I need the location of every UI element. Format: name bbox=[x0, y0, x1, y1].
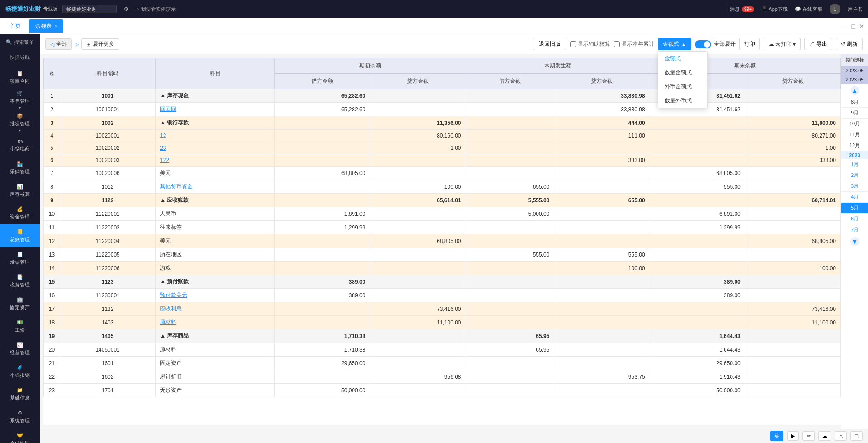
online-support-button[interactable]: 💬 在线客服 bbox=[795, 6, 822, 13]
window-maximize-icon[interactable]: □ bbox=[852, 23, 855, 30]
export-button[interactable]: ↗ 导出 bbox=[804, 38, 832, 50]
sidebar-quick-nav[interactable]: 快捷导航 bbox=[0, 50, 40, 64]
bottom-btn-play[interactable]: ▶ bbox=[787, 431, 799, 441]
window-close-icon[interactable]: ✕ bbox=[859, 23, 864, 30]
account-link[interactable]: 预付款美元 bbox=[160, 292, 187, 298]
account-link[interactable]: 原材料 bbox=[160, 319, 176, 325]
row-name: ▲ 预付账款 bbox=[156, 275, 275, 289]
row-ob-debit: 1,299.99 bbox=[275, 221, 370, 234]
sidebar-item-system[interactable]: ⚙ 系统管理 bbox=[0, 405, 40, 428]
month-6[interactable]: 6月 bbox=[841, 214, 868, 224]
account-link[interactable]: 12 bbox=[160, 133, 166, 139]
assist-checkbox-input[interactable] bbox=[570, 41, 576, 47]
sidebar-item-operations[interactable]: 📈 经营管理 bbox=[0, 338, 40, 360]
account-link[interactable]: 回回回 bbox=[160, 106, 176, 112]
expand-more-button[interactable]: ⊞ 展开更多 bbox=[81, 38, 119, 50]
sidebar-item-wholesale[interactable]: 📦 批发管理 ▾ bbox=[0, 111, 40, 134]
sidebar-item-inventory[interactable]: 📊 库存核算 bbox=[0, 179, 40, 202]
row-cb-debit: 68,805.00 bbox=[650, 167, 745, 180]
row-cb-debit bbox=[650, 316, 745, 329]
amount-mode-option-2[interactable]: 数量金额式 bbox=[658, 66, 707, 80]
tab-home[interactable]: 首页 bbox=[4, 19, 27, 33]
app-download-button[interactable]: 📱 App下载 bbox=[761, 6, 788, 13]
settings-gear-icon[interactable]: ⚙ bbox=[124, 6, 129, 12]
bottom-btn-en[interactable]: 英 bbox=[770, 431, 783, 441]
row-pa-debit: 5,555.00 bbox=[466, 194, 554, 207]
back-to-old-button[interactable]: 退回旧版 bbox=[533, 38, 566, 50]
payroll-icon: 💵 bbox=[17, 319, 23, 325]
ytd-checkbox-input[interactable] bbox=[614, 41, 620, 47]
sidebar-item-payroll[interactable]: 💵 工资 bbox=[0, 315, 40, 338]
sidebar-search[interactable]: 🔍 搜索菜单 bbox=[0, 34, 40, 50]
sidebar-item-retail[interactable]: 🛒 零售管理 ▾ bbox=[0, 89, 40, 111]
user-avatar[interactable]: U bbox=[830, 4, 840, 14]
month-4[interactable]: 4月 bbox=[841, 192, 868, 203]
show-ytd-checkbox[interactable]: 显示本年累计 bbox=[614, 40, 654, 48]
amount-mode-option-4[interactable]: 数量外币式 bbox=[658, 94, 707, 108]
breadcrumb-arrow-icon[interactable]: ▷ bbox=[75, 41, 79, 48]
bottom-btn-upload[interactable]: △ bbox=[835, 431, 847, 441]
right-panel-year-1[interactable]: 2023.05 bbox=[841, 66, 868, 75]
table-row: 18 1403 原材料 11,100.00 11,100.00 bbox=[44, 316, 841, 329]
bottom-btn-cloud[interactable]: ☁ bbox=[818, 431, 831, 441]
month-1[interactable]: 1月 bbox=[841, 159, 868, 170]
sidebar-item-basic[interactable]: 📁 基础信息 bbox=[0, 383, 40, 405]
toggle-switch-track[interactable] bbox=[695, 40, 711, 48]
month-3[interactable]: 3月 bbox=[841, 181, 868, 192]
month-12[interactable]: 12月 bbox=[841, 140, 868, 151]
account-link[interactable]: 122 bbox=[160, 157, 169, 163]
sidebar-item-purchase[interactable]: 🏪 采购管理 bbox=[0, 157, 40, 179]
month-7[interactable]: 7月 bbox=[841, 224, 868, 235]
row-code: 14050001 bbox=[60, 343, 156, 357]
nav-down-icon[interactable]: ▼ bbox=[850, 237, 859, 246]
table-row: 21 1601 固定资产 29,650.00 29,650.00 bbox=[44, 357, 841, 370]
tab-close-icon[interactable]: × bbox=[54, 24, 57, 29]
demo-link[interactable]: ○ 我要看实例演示 bbox=[136, 6, 176, 13]
row-cb-debit bbox=[650, 194, 745, 207]
tab-balance[interactable]: 余额表 × bbox=[29, 19, 63, 33]
refresh-button[interactable]: ↺ 刷新 bbox=[836, 38, 863, 50]
th-settings[interactable]: ⚙ bbox=[44, 58, 60, 89]
amount-mode-option-1[interactable]: 金额式 bbox=[658, 52, 707, 66]
app-title-input[interactable] bbox=[62, 5, 117, 13]
message-button[interactable]: 消息 99+ bbox=[730, 6, 754, 13]
sidebar-item-collab[interactable]: 🤝 企业协同 bbox=[0, 428, 40, 443]
month-11[interactable]: 11月 bbox=[841, 129, 868, 140]
ledger-icon: 📒 bbox=[17, 229, 23, 235]
account-link[interactable]: 23 bbox=[160, 145, 166, 151]
sidebar-item-capital[interactable]: 💰 资金管理 bbox=[0, 202, 40, 224]
sidebar-item-assets[interactable]: 🏢 固定资产 bbox=[0, 292, 40, 315]
window-minimize-icon[interactable]: — bbox=[842, 23, 848, 30]
sidebar-item-project[interactable]: 📋 项目合同 bbox=[0, 66, 40, 89]
user-name[interactable]: 用户名 bbox=[848, 6, 863, 13]
sidebar-item-tax[interactable]: 📑 税务管理 bbox=[0, 270, 40, 292]
sidebar-item-ecommerce[interactable]: 🛍 小畅电商 bbox=[0, 134, 40, 157]
sidebar-item-expense[interactable]: 🧳 小畅报销 bbox=[0, 360, 40, 383]
expand-all-toggle[interactable]: 全部展开 bbox=[695, 40, 736, 48]
month-5[interactable]: 5月 bbox=[841, 203, 868, 214]
right-panel-year-2[interactable]: 2023.05 bbox=[841, 75, 868, 84]
operations-icon: 📈 bbox=[17, 342, 23, 348]
nav-up-icon[interactable]: ▲ bbox=[850, 86, 859, 95]
row-name: 回回回 bbox=[156, 103, 275, 116]
breadcrumb-all-button[interactable]: ◁ 全部 bbox=[45, 38, 72, 50]
account-link[interactable]: 其他货币资金 bbox=[160, 183, 193, 190]
sidebar-item-ledger[interactable]: 📒 总账管理 bbox=[0, 224, 40, 247]
amount-mode-button[interactable]: 金额式 ▲ bbox=[658, 38, 691, 50]
month-10[interactable]: 10月 bbox=[841, 119, 868, 129]
month-8[interactable]: 8月 bbox=[841, 97, 868, 108]
month-2[interactable]: 2月 bbox=[841, 170, 868, 181]
print-button[interactable]: 打印 bbox=[739, 38, 760, 50]
sidebar-item-invoice[interactable]: 🧾 发票管理 bbox=[0, 247, 40, 270]
month-9[interactable]: 9月 bbox=[841, 108, 868, 119]
bottom-btn-edit[interactable]: ✏ bbox=[802, 431, 815, 441]
amount-mode-option-3[interactable]: 外币金额式 bbox=[658, 80, 707, 94]
row-code: 1403 bbox=[60, 316, 156, 329]
row-name: 122 bbox=[156, 154, 275, 167]
account-link[interactable]: 应收利息 bbox=[160, 305, 182, 312]
table-row: 22 1602 累计折旧 956.68 953.75 1,910.43 bbox=[44, 370, 841, 384]
row-pa-credit: 111.00 bbox=[554, 130, 650, 142]
show-assist-checkbox[interactable]: 显示辅助核算 bbox=[570, 40, 610, 48]
bottom-btn-box[interactable]: ◻ bbox=[850, 431, 863, 441]
cloud-print-button[interactable]: ☁ 云打印 ▾ bbox=[764, 38, 801, 50]
